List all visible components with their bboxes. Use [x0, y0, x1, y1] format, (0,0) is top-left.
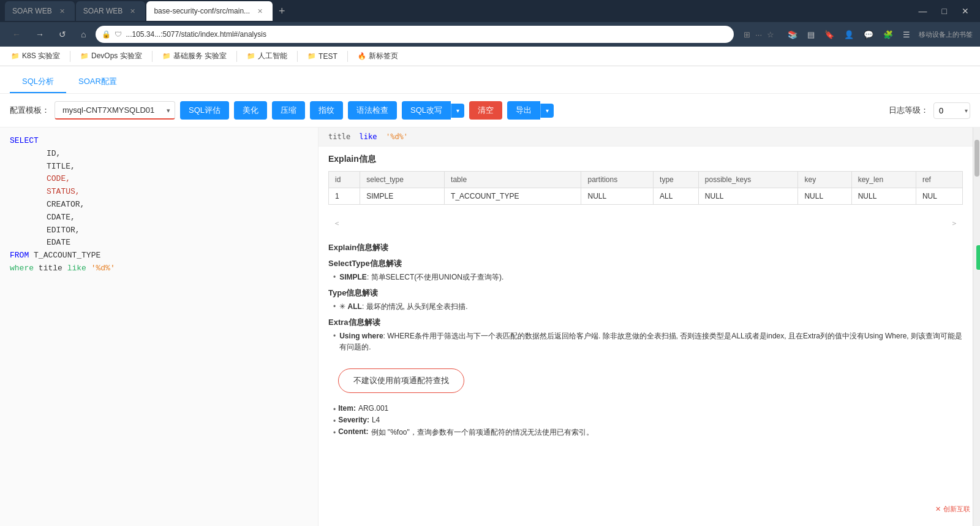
tab-sql-label: SQL分析	[22, 77, 54, 86]
collections-button[interactable]: 🔖	[821, 28, 838, 42]
tab-close-2[interactable]: ✕	[127, 6, 138, 17]
sql-from-kw: FROM	[10, 251, 29, 260]
maximize-button[interactable]: □	[936, 4, 953, 18]
sql-where-condition: title	[39, 264, 67, 273]
content-label: Content:	[338, 427, 368, 438]
template-select[interactable]: mysql-CNT7XMYSQLD01	[55, 101, 175, 120]
sql-rewrite-arrow[interactable]: ▾	[451, 104, 464, 118]
td-key-len: NULL	[851, 188, 916, 205]
table-scroll[interactable]: id select_type table partitions type pos…	[328, 171, 963, 212]
export-arrow[interactable]: ▾	[540, 104, 554, 118]
sql-editor-field: EDITOR,	[10, 226, 80, 235]
explain-analysis-title: Explain信息解读	[328, 242, 963, 253]
tab-close-1[interactable]: ✕	[57, 6, 67, 17]
sql-id: ID,	[10, 149, 61, 158]
address-input[interactable]	[126, 30, 728, 39]
bookmark-newtab[interactable]: 🔥 新标签页	[353, 49, 403, 63]
page-tabs: SQL分析 SOAR配置	[0, 66, 980, 94]
bookmark-label-ai: 人工智能	[258, 51, 287, 61]
title-bar: SOAR WEB ✕ SOAR WEB ✕ base-security-conf…	[0, 0, 980, 22]
address-input-wrap: 🔒 🛡	[96, 26, 734, 43]
feedback-button[interactable]: 💬	[860, 28, 877, 42]
bookmark-sep-2	[152, 51, 153, 62]
sql-select-kw: SELECT	[10, 136, 39, 145]
folder-icon-test: 📁	[307, 52, 316, 60]
new-tab-button[interactable]: +	[274, 2, 290, 20]
log-level-select[interactable]: 0	[933, 102, 970, 119]
beautify-button[interactable]: 美化	[234, 101, 267, 120]
results-panel: title like '%d%' Explain信息 id	[318, 128, 980, 526]
account-button[interactable]: 👤	[840, 28, 858, 42]
td-type: ALL	[654, 188, 699, 205]
extensions-button[interactable]: 🧩	[880, 28, 897, 42]
content-value: 例如 "%foo"，查询参数有一个前项通配符的情况无法使用已有索引。	[371, 427, 594, 438]
export-group: 导出 ▾	[507, 101, 554, 120]
forward-button[interactable]: →	[31, 27, 49, 42]
td-ref: NUL	[916, 188, 962, 205]
badge-item-3: • Content: 例如 "%foo"，查询参数有一个前项通配符的情况无法使用…	[328, 427, 963, 438]
tab-soarweb-1[interactable]: SOAR WEB ✕	[5, 1, 75, 21]
right-scrollbar[interactable]	[973, 128, 980, 526]
folder-icon-ai: 📁	[247, 52, 255, 60]
address-icons: ⊞ ··· ☆	[744, 30, 774, 39]
tab-soar-config[interactable]: SOAR配置	[66, 71, 129, 93]
sql-eval-button[interactable]: SQL评估	[180, 101, 229, 120]
more-icon[interactable]: ···	[755, 30, 762, 39]
bullet-icon-2: •	[333, 302, 336, 311]
bookmark-devops[interactable]: 📁 DevOps 实验室	[75, 49, 147, 63]
compress-button[interactable]: 压缩	[272, 101, 305, 120]
type-text-1: ✳ ALL: 最坏的情况, 从头到尾全表扫描.	[339, 301, 467, 312]
bullet-icon-5: •	[333, 417, 336, 425]
syntax-check-button[interactable]: 语法检查	[348, 101, 397, 120]
bookmarks-bar: 📁 K8S 实验室 📁 DevOps 实验室 📁 基础服务 实验室 📁 人工智能…	[0, 47, 980, 66]
scroll-left-button[interactable]: ＜	[328, 217, 345, 230]
th-type: type	[654, 172, 699, 188]
scroll-thumb[interactable]	[974, 140, 979, 177]
results-content: title like '%d%' Explain信息 id	[318, 128, 973, 526]
bookmark-base[interactable]: 📁 基础服务 实验室	[157, 49, 232, 63]
browser-tools: 📚 ▤ 🔖 👤 💬 🧩 ☰	[784, 28, 914, 42]
table-header-row: id select_type table partitions type pos…	[329, 172, 963, 188]
grid-icon[interactable]: ⊞	[744, 30, 750, 39]
sql-where-kw: where	[10, 264, 34, 273]
th-ref: ref	[916, 172, 962, 188]
th-possible-keys: possible_keys	[698, 172, 798, 188]
bookmark-test[interactable]: 📁 TEST	[303, 50, 342, 63]
fingerprint-button[interactable]: 指纹	[310, 101, 343, 120]
sql-rewrite-button[interactable]: SQL改写	[402, 101, 451, 120]
item-label: Item:	[338, 404, 356, 414]
table-scroll-controls: ＜ ＞	[328, 217, 963, 230]
bookmark-k8s[interactable]: 📁 K8S 实验室	[6, 49, 65, 63]
tab-soarweb-2[interactable]: SOAR WEB ✕	[76, 1, 146, 21]
folder-icon-devops: 📁	[80, 52, 89, 60]
folder-icon-base: 📁	[162, 52, 171, 60]
minimize-button[interactable]: —	[913, 4, 933, 18]
th-key: key	[798, 172, 851, 188]
close-button[interactable]: ✕	[956, 4, 975, 18]
tab-close-3[interactable]: ✕	[255, 6, 265, 17]
home-button[interactable]: ⌂	[76, 27, 91, 42]
export-button[interactable]: 导出	[507, 101, 540, 120]
bookmark-ai[interactable]: 📁 人工智能	[242, 49, 292, 63]
extra-text-1: Using where: WHERE条件用于筛选出与下一个表匹配的数据然后返回给…	[339, 330, 963, 353]
sidebar-button[interactable]: ▤	[804, 28, 818, 42]
tab-base-security[interactable]: base-security-conf/src/main... ✕	[146, 1, 273, 21]
sql-like-value: '%d%'	[91, 264, 115, 273]
template-select-wrap: mysql-CNT7XMYSQLD01 ▾	[55, 101, 175, 120]
folder-icon-k8s: 📁	[11, 52, 20, 60]
back-button[interactable]: ←	[7, 27, 26, 42]
scroll-right-button[interactable]: ＞	[946, 217, 963, 230]
toolbar-right: 日志等级： 0 ▾	[889, 102, 970, 119]
clear-button[interactable]: 清空	[469, 101, 502, 120]
star-icon[interactable]: ☆	[767, 30, 774, 39]
reload-button[interactable]: ↺	[54, 27, 71, 42]
library-button[interactable]: 📚	[784, 28, 801, 42]
browser-window: SOAR WEB ✕ SOAR WEB ✕ base-security-conf…	[0, 0, 980, 526]
bookmark-label-k8s: K8S 实验室	[22, 51, 60, 61]
menu-button[interactable]: ☰	[899, 28, 914, 42]
bullet-icon-3: •	[333, 332, 336, 340]
tab-sql-analysis[interactable]: SQL分析	[10, 71, 66, 93]
bookmark-sep-3	[236, 51, 237, 62]
extra-item-1: • Using where: WHERE条件用于筛选出与下一个表匹配的数据然后返…	[328, 330, 963, 353]
sql-editor[interactable]: SELECT ID, TITLE, CODE, STATUS, CREATOR,…	[0, 128, 318, 526]
